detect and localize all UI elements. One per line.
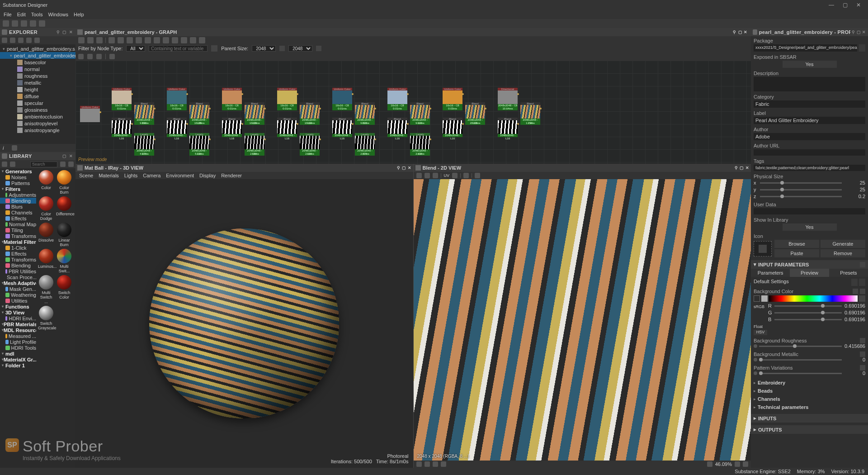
lib-item-multi-swit-[interactable]: Multi Swit... <box>56 249 72 273</box>
node-uniform-color-7[interactable]: Directional Blend2048x2048 - C810.64ms <box>498 88 518 110</box>
lib-cat-effects[interactable]: Effects <box>0 215 36 221</box>
rgb-G-value[interactable]: 0.690196 <box>844 310 865 315</box>
view3d-close-icon[interactable]: ✕ <box>408 166 411 170</box>
gt-connect-icon[interactable] <box>127 37 133 43</box>
tree-output-roughness[interactable]: roughness <box>0 72 75 79</box>
lib-cat-hdri-envi-[interactable]: HDRI Envi... <box>0 315 36 321</box>
tab-preview[interactable]: Preview <box>790 269 829 277</box>
lib-cat-utilities[interactable]: Utilities <box>0 298 36 304</box>
lib-item-switch-grayscale[interactable]: Switch Grayscale <box>38 306 54 330</box>
input-parameters-header[interactable]: ▾INPUT PARAMETERS <box>751 260 868 269</box>
lib-cat-transforms[interactable]: Transforms <box>0 256 36 262</box>
lib-cat-mask-gen-[interactable]: Mask Gen... <box>0 286 36 292</box>
tree-output-normal[interactable]: normal <box>0 66 75 72</box>
color-gradient[interactable] <box>769 295 858 302</box>
v2d-zoomin-icon[interactable] <box>735 461 740 467</box>
v2d-fit-icon[interactable] <box>743 461 748 467</box>
group-beads[interactable]: ▸Beads <box>754 387 865 395</box>
node-blend-3[interactable]: Blend2048x2048 - L1610.62ms <box>300 102 320 125</box>
open-icon[interactable] <box>10 38 15 43</box>
node-blend-4[interactable]: Blend2048x2048 - L169.82ms <box>355 102 375 125</box>
gt-frame-icon[interactable] <box>181 37 187 43</box>
node-uniform-start[interactable]: Uniform Color <box>80 106 100 122</box>
graph-canvas[interactable]: Preview mode Uniform Color16x16 - C80.01… <box>75 61 751 164</box>
node-levels-5[interactable]: Levels2048x2048 - L162.43ms <box>410 133 430 156</box>
new-pkg-icon[interactable] <box>2 38 7 43</box>
lib-item-color-dodge[interactable]: Color Dodge <box>38 196 54 221</box>
lib-cat-blending[interactable]: Blending <box>0 198 36 204</box>
icon-remove-button[interactable]: Remove <box>821 249 865 257</box>
node-mask-7[interactable]: Blend2048x2048 - L16 <box>498 118 518 137</box>
node-levels-0[interactable]: Levels2048x2048 - L164.97ms <box>134 133 154 156</box>
v2d-hist-icon[interactable] <box>475 173 480 178</box>
view2d-close-icon[interactable]: ✕ <box>745 166 749 170</box>
lib-cat-blurs[interactable]: Blurs <box>0 204 36 209</box>
node-mask-2[interactable]: Blend2048x2048 - L16 <box>222 118 242 137</box>
node-levels-1[interactable]: Levels2048x2048 - L165.03ms <box>189 133 209 156</box>
tree-output-basecolor[interactable]: basecolor <box>0 59 75 66</box>
node-uniform-color-3[interactable]: Uniform Color16x16 - C80.01ms <box>277 88 297 110</box>
lib-cat-channels[interactable]: Channels <box>0 209 36 215</box>
toolbar-saveall-icon[interactable] <box>39 20 45 27</box>
color-eyedrop-icon[interactable] <box>859 295 865 302</box>
node-mask-4[interactable]: Blend2048x2048 - L16 <box>332 118 352 137</box>
node-uniform-color-0[interactable]: Uniform Color16x16 - C80.01ms <box>112 88 132 110</box>
node-levels-3[interactable]: Levels2048x2048 - L162.69ms <box>300 133 320 156</box>
lib-cat-functions[interactable]: ▾Functions <box>0 304 36 309</box>
rgb-R-slider[interactable] <box>774 305 842 307</box>
hsv-button[interactable]: HSV <box>754 330 767 335</box>
tree-output-glossiness[interactable]: glossiness <box>0 106 75 113</box>
node-levels-2[interactable]: Levels2048x2048 - L162.58ms <box>245 133 264 156</box>
package-open-icon[interactable] <box>859 44 865 52</box>
lib-cat-blending[interactable]: Blending <box>0 262 36 268</box>
lib-item-multi-switch-[interactable]: Multi Switch ... <box>38 275 54 304</box>
pencil-icon[interactable] <box>12 145 17 151</box>
node-uniform-color-6[interactable]: Uniform Color16x16 - C80.03ms <box>443 88 462 110</box>
v3d-camera[interactable]: Camera <box>143 173 160 178</box>
lib-cat-pbr-utilities[interactable]: PBR Utilities <box>0 268 36 274</box>
outputs-header[interactable]: ▸OUTPUTS <box>751 425 868 434</box>
go-play-icon[interactable] <box>109 54 115 59</box>
icon-generate-button[interactable]: Generate <box>821 240 865 248</box>
lib-cat--click[interactable]: 1-Click <box>0 245 36 251</box>
pvar-value[interactable]: 0 <box>844 370 865 376</box>
tree-package[interactable]: ▾ pearl_and_glitter_embroidery.s... <box>0 45 75 52</box>
menu-edit[interactable]: Edit <box>17 12 26 17</box>
lib-cat-mesh-adaptive[interactable]: ▾Mesh Adaptive <box>0 280 36 286</box>
inputparams-menu-icon[interactable] <box>860 262 865 267</box>
view3d-pin-icon[interactable]: ⚲ <box>397 166 400 170</box>
v3d-lights[interactable]: Lights <box>124 173 137 178</box>
parent-w-select[interactable]: 2048 <box>252 45 276 52</box>
exposed-value[interactable]: Yes <box>783 61 837 68</box>
color-swatch-1[interactable] <box>754 295 760 302</box>
gt-select-icon[interactable] <box>118 37 124 43</box>
node-uniform-color-1[interactable]: Uniform Color16x16 - C80.01ms <box>167 88 187 110</box>
lib-add-icon[interactable] <box>2 162 7 167</box>
lib-cat-mdl[interactable]: ▾mdl <box>0 351 36 356</box>
preset-select[interactable]: Default Settings <box>754 279 850 286</box>
tab-presets[interactable]: Presets <box>829 269 868 277</box>
v3d-renderer[interactable]: Renderer <box>221 173 242 178</box>
lib-item-difference[interactable]: Difference <box>56 196 72 221</box>
tree-graph[interactable]: ▾ pearl_and_glitter_embroidery <box>0 52 75 59</box>
group-channels[interactable]: ▸Channels <box>754 395 865 403</box>
node-uniform-color-2[interactable]: Uniform Color16x16 - C80.01ms <box>222 88 242 110</box>
tree-output-ambientocclusion[interactable]: ambientocclusion <box>0 113 75 120</box>
gt-wand-icon[interactable] <box>163 37 169 43</box>
menu-help[interactable]: Help <box>74 12 84 17</box>
view2d-viewport[interactable]: 2048 x 2048 (RGBA, 8 ...) <box>414 179 751 461</box>
v2d-info-icon[interactable] <box>463 173 469 178</box>
toolbar-open-icon[interactable] <box>21 20 27 27</box>
lib-item-color[interactable]: Color <box>38 170 54 195</box>
lib-max-icon[interactable]: ▢ <box>62 153 67 159</box>
prop-max-icon[interactable]: ▢ <box>856 29 861 35</box>
lib-sort-icon[interactable] <box>68 162 74 167</box>
phys-x-slider[interactable] <box>760 182 842 184</box>
icon-browse-button[interactable]: Browse <box>774 240 819 248</box>
info-icon[interactable]: i <box>3 145 8 151</box>
group-technical-parameters[interactable]: ▸Technical parameters <box>754 403 865 411</box>
node-mask-5[interactable]: Blend2048x2048 - L16 <box>387 118 407 137</box>
showlib-value[interactable]: Yes <box>783 223 837 231</box>
graph-max-icon[interactable]: ▢ <box>738 30 744 34</box>
lib-cat--d-view[interactable]: ▾3D View <box>0 309 36 315</box>
